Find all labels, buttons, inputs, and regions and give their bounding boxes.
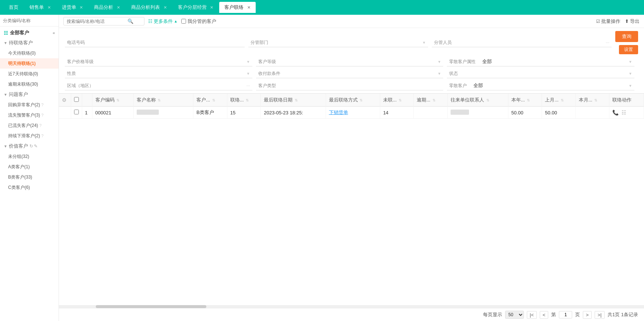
bulk-ops-area: ☑ 批量操作 ⬆ 导出 — [596, 18, 640, 25]
h-scroll-thumb[interactable] — [96, 305, 206, 308]
close-sales-icon[interactable]: ✕ — [48, 5, 51, 10]
all-customers-label: 全部客户 — [10, 30, 29, 36]
person-ellipsis-icon[interactable]: ··· — [606, 40, 609, 45]
last-page-button[interactable]: >| — [595, 311, 605, 319]
customer-level-dropdown-icon[interactable]: ▼ — [437, 60, 441, 64]
prev-page-button[interactable]: < — [540, 311, 549, 319]
nature-dropdown-icon[interactable]: ▼ — [246, 72, 250, 76]
nav-product-analysis[interactable]: 商品分析 ✕ — [89, 2, 125, 13]
nav-customer-contact[interactable]: 客户联络 ✕ — [219, 2, 256, 13]
close-customer-contact-icon[interactable]: ✕ — [247, 5, 251, 10]
sidebar-item-b-customers[interactable]: B类客户(33) — [0, 172, 59, 182]
group-problem-customers[interactable]: ▼ 问题客户 — [0, 89, 59, 100]
action-icons: 📞 ☷ — [612, 110, 641, 115]
main-layout: 🔍 ☷ 全部客户 « ▼ 待联络客户 今天待联络(0) 明天待联络(1) 近7天… — [0, 15, 644, 321]
nav-home[interactable]: 首页 — [4, 2, 24, 13]
row-last-month: 50.00 — [542, 107, 576, 119]
collapse-icon[interactable]: « — [53, 31, 55, 35]
sidebar-item-c-customers[interactable]: C类客户(6) — [0, 182, 59, 193]
sort-last-contact-method-icon[interactable]: ⇅ — [360, 98, 363, 102]
nav-sales[interactable]: 销售单 ✕ — [24, 2, 56, 13]
first-page-button[interactable]: |< — [527, 311, 537, 319]
nav-purchase[interactable]: 进货单 ✕ — [57, 2, 88, 13]
select-all-checkbox[interactable] — [74, 97, 79, 102]
dept-dropdown-icon[interactable]: ▼ — [422, 41, 426, 45]
group-value-customers[interactable]: ▼ 价值客户 ↻ ✎ — [0, 141, 59, 151]
sort-last-contact-date-icon[interactable]: ⇅ — [295, 98, 298, 102]
row-select-checkbox[interactable] — [74, 110, 79, 114]
customer-level-label: 客户等级 — [258, 59, 276, 65]
sidebar-item-declining-customers[interactable]: 持续下滑客户(2) ? — [0, 131, 59, 141]
close-product-analysis-icon[interactable]: ✕ — [117, 5, 120, 10]
search-input[interactable] — [67, 19, 126, 24]
sidebar-item-lost-customers[interactable]: 已流失客户(24) ? — [0, 120, 59, 131]
more-action-icon[interactable]: ☷ — [622, 110, 626, 115]
row-contacts: 15 — [227, 107, 261, 119]
index-header — [82, 94, 92, 107]
query-button[interactable]: 查询 — [615, 31, 638, 42]
all-customers-section[interactable]: ☷ 全部客户 « — [0, 27, 59, 38]
sidebar-item-7days-contact[interactable]: 近7天待联络(0) — [0, 69, 59, 79]
sidebar-item-ungrouped[interactable]: 未分组(32) — [0, 151, 59, 162]
filter-bar: 🔍 ☷ 更多条件 ▲ 我分管的客户 ☑ 批量操作 ⬆ 导出 — [59, 15, 644, 28]
price-level-dropdown-icon[interactable]: ▼ — [246, 60, 250, 64]
page-size-select[interactable]: 50 100 200 — [505, 311, 524, 319]
status-dropdown-icon[interactable]: ▼ — [629, 72, 632, 76]
sidebar-item-a-customers[interactable]: A类客户(1) — [0, 162, 59, 172]
retail-customer-field: 零散客户 全部 ▼ — [447, 81, 634, 90]
sort-this-year-icon[interactable]: ⇅ — [527, 98, 530, 102]
next-page-button[interactable]: > — [583, 311, 592, 319]
sort-code-icon[interactable]: ⇅ — [116, 98, 119, 102]
retail-attr-label: 零散客户属性 — [449, 59, 476, 65]
retail-customer-dropdown-icon[interactable]: ▼ — [629, 84, 632, 88]
my-customers-checkbox[interactable] — [181, 19, 186, 24]
bulk-ops-button[interactable]: ☑ 批量操作 — [596, 18, 620, 25]
retail-attr-dropdown-icon[interactable]: ▼ — [629, 60, 632, 64]
group-pending-contact[interactable]: ▼ 待联络客户 — [0, 38, 59, 48]
row-index: 1 — [82, 107, 92, 119]
sidebar-item-repurchase-abnormal[interactable]: 回购异常客户(2) ? — [0, 100, 59, 110]
bulk-ops-label: 批量操作 — [601, 18, 620, 25]
action-header: 联络动作 — [609, 94, 644, 107]
sidebar-item-overdue-contact[interactable]: 逾期未联络(30) — [0, 79, 59, 89]
gear-header: ⚙ — [59, 94, 71, 107]
refresh-icon[interactable]: ↻ — [29, 144, 33, 149]
nav-customer-layer[interactable]: 客户分层经营 ✕ — [173, 2, 219, 13]
last-contact-method-link[interactable]: 下销货单 — [329, 110, 348, 115]
sort-this-month-icon[interactable]: ⇅ — [594, 98, 597, 102]
customer-level-field: 客户等级 ▼ — [256, 58, 444, 66]
nav-product-analysis-list[interactable]: 商品分析列表 ✕ — [126, 2, 172, 13]
overdue-header-label: 逾期... — [417, 97, 430, 103]
sidebar-item-lost-warning[interactable]: 流失预警客户(3) ? — [0, 110, 59, 120]
row-this-month — [575, 107, 609, 119]
h-scroll-bar[interactable] — [59, 305, 644, 308]
edit-group-icon[interactable]: ✎ — [34, 144, 38, 149]
contact-action-icon[interactable]: 📞 — [612, 110, 619, 115]
set-button[interactable]: 设置 — [619, 45, 638, 54]
page-input[interactable] — [559, 311, 572, 318]
sort-level-icon[interactable]: ⇅ — [212, 98, 215, 102]
gear-icon[interactable]: ⚙ — [62, 97, 67, 103]
unit-contact-masked — [451, 110, 469, 115]
sort-overdue-icon[interactable]: ⇅ — [433, 98, 435, 102]
sort-uncontacted-icon[interactable]: ⇅ — [399, 98, 402, 102]
payment-dropdown-icon[interactable]: ▼ — [437, 72, 441, 76]
sidebar-item-tomorrow-contact[interactable]: 明天待联络(1) — [0, 58, 59, 69]
region-ellipsis-icon[interactable]: ··· — [246, 83, 250, 88]
sort-name-icon[interactable]: ⇅ — [158, 98, 161, 102]
action-header-label: 联络动作 — [612, 97, 631, 103]
more-conditions-button[interactable]: ☷ 更多条件 ▲ — [148, 18, 178, 25]
close-customer-layer-icon[interactable]: ✕ — [210, 5, 213, 10]
export-button[interactable]: ⬆ 导出 — [625, 18, 640, 25]
close-product-analysis-list-icon[interactable]: ✕ — [164, 5, 167, 10]
my-customers-label: 我分管的客户 — [188, 18, 216, 25]
name-masked — [137, 110, 159, 115]
sidebar-item-today-contact[interactable]: 今天待联络(0) — [0, 48, 59, 58]
search-icon[interactable]: 🔍 — [127, 18, 133, 24]
sort-last-month-icon[interactable]: ⇅ — [561, 98, 564, 102]
sidebar-search-input[interactable] — [3, 18, 58, 23]
payment-label: 收付款条件 — [258, 70, 280, 77]
close-purchase-icon[interactable]: ✕ — [80, 5, 83, 10]
sort-contacts-icon[interactable]: ⇅ — [246, 98, 249, 102]
sort-unit-contact-icon[interactable]: ⇅ — [486, 98, 489, 102]
